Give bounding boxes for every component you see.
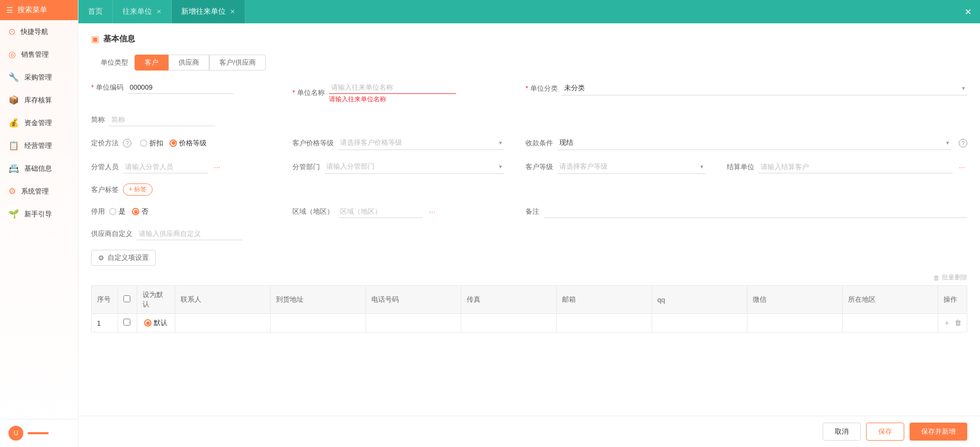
type-btn-supplier[interactable]: 供应商 (168, 55, 209, 71)
batch-delete-btn[interactable]: 🗑 批量删除 (91, 273, 967, 282)
name-input[interactable] (329, 81, 456, 94)
manager-input[interactable] (123, 161, 208, 173)
note-label: 备注 (525, 207, 539, 216)
customer-price-label: 客户价格等级 (292, 138, 334, 148)
type-btn-both[interactable]: 客户/供应商 (209, 55, 266, 71)
tab-bar: 首页 往来单位 ✕ 新增往来单位 ✕ ✕ (78, 0, 980, 23)
close-contacts-tab[interactable]: ✕ (156, 8, 162, 15)
disable-radio-group: 是 否 (109, 207, 148, 216)
th-email: 邮箱 (556, 286, 652, 314)
region-table-input[interactable] (848, 319, 932, 327)
supplier-custom-input[interactable] (137, 227, 243, 240)
payment-help-icon[interactable]: ? (959, 139, 967, 147)
radio-default-circle (144, 319, 152, 327)
category-dropdown-arrow: ▾ (962, 85, 965, 92)
contact-input[interactable] (181, 319, 265, 327)
type-btn-customer[interactable]: 客户 (135, 55, 168, 71)
unit-type-row: 单位类型 客户 供应商 客户/供应商 (91, 55, 967, 71)
row-contact (175, 314, 270, 332)
wechat-input[interactable] (753, 319, 837, 327)
table-body: 1 默认 (92, 314, 967, 332)
tab-contacts[interactable]: 往来单位 ✕ (113, 0, 172, 23)
category-select[interactable]: 未分类 ▾ (562, 81, 967, 95)
batch-delete-icon: 🗑 (933, 274, 940, 282)
sidebar-item-system[interactable]: ⚙ 系统管理 (0, 180, 78, 203)
tab-home[interactable]: 首页 (78, 0, 113, 23)
alias-label: 简称 (91, 115, 105, 125)
phone-input[interactable] (371, 319, 456, 327)
tab-new-contact[interactable]: 新增往来单位 ✕ (172, 0, 245, 23)
supplier-custom-label: 供应商自定义 (91, 229, 132, 239)
pricing-row: 定价方法 ? 折扣 价格等级 客户价格等级 (91, 136, 967, 150)
disable-radio-no[interactable]: 否 (132, 207, 148, 216)
manager-field: 分管人员 ··· (91, 161, 271, 173)
note-field: 备注 (525, 205, 967, 218)
settlement-input[interactable] (759, 161, 952, 173)
email-input[interactable] (562, 319, 646, 327)
settlement-more-btn[interactable]: ··· (957, 163, 967, 171)
pricing-radio-discount[interactable]: 折扣 (140, 138, 163, 148)
close-new-contact-tab[interactable]: ✕ (230, 8, 235, 15)
avatar: U (8, 426, 23, 441)
custom-settings-btn[interactable]: ⚙ 自定义项设置 (91, 250, 156, 266)
alias-input[interactable] (109, 113, 215, 126)
row-email (556, 314, 652, 332)
th-seq: 序号 (92, 286, 118, 314)
dept-field: 分管部门 请输入分管部门 ▾ (292, 160, 504, 174)
sidebar-item-sales[interactable]: ◎ 销售管理 (0, 43, 78, 66)
note-input[interactable] (544, 205, 967, 218)
region-input[interactable] (338, 205, 423, 218)
gear-icon: ⚙ (98, 254, 104, 262)
section-basic-info: ▣ 基本信息 (91, 34, 967, 44)
pricing-help-icon[interactable]: ? (123, 139, 131, 147)
sales-icon: ◎ (8, 49, 16, 59)
pricing-radio-level[interactable]: 价格等级 (170, 138, 207, 148)
customer-price-field: 客户价格等级 请选择客户价格等级 ▾ (292, 136, 504, 150)
code-input[interactable] (128, 81, 234, 94)
th-phone: 电话号码 (366, 286, 461, 314)
dept-select[interactable]: 请输入分管部门 ▾ (324, 160, 504, 174)
close-window-btn[interactable]: ✕ (956, 7, 980, 17)
qq-input[interactable] (657, 319, 742, 327)
sidebar-item-quick-nav[interactable]: ⊙ 快捷导航 (0, 20, 78, 43)
add-tag-btn[interactable]: + 标签 (123, 183, 153, 196)
sidebar-item-inventory[interactable]: 📦 库存核算 (0, 89, 78, 111)
radio-circle-yes (109, 208, 117, 215)
payment-select[interactable]: 现结 ▾ (557, 136, 951, 150)
section-icon: ▣ (91, 34, 99, 44)
th-default: 设为默认 (137, 286, 175, 314)
sidebar-item-basic[interactable]: 📇 基础信息 (0, 157, 78, 180)
add-row-btn[interactable]: ＋ (943, 319, 950, 327)
name-label: 单位名称 (292, 88, 325, 98)
row-checkbox[interactable] (123, 319, 130, 326)
sidebar-item-operations[interactable]: 📋 经营管理 (0, 134, 78, 157)
customer-price-select[interactable]: 请选择客户价格等级 ▾ (338, 136, 504, 150)
save-new-button[interactable]: 保存并新增 (910, 423, 967, 441)
default-radio[interactable]: 默认 (142, 318, 170, 328)
search-menu-btn[interactable]: ☰ 搜索菜单 (0, 0, 78, 20)
disable-radio-yes[interactable]: 是 (109, 207, 126, 216)
disable-region-row: 停用 是 否 区域（地区） (91, 205, 967, 218)
customer-level-select[interactable]: 请选择客户等级 ▾ (557, 160, 706, 174)
address-input[interactable] (276, 319, 360, 327)
purchase-icon: 🔧 (8, 72, 19, 82)
sidebar-item-guide[interactable]: 🌱 新手引导 (0, 203, 78, 225)
alias-row: 简称 (91, 113, 967, 126)
th-check (118, 286, 137, 314)
radio-dot-no (134, 210, 138, 214)
name-field: 单位名称 请输入往来单位名称 (292, 81, 504, 104)
radio-circle-discount (140, 139, 147, 147)
sidebar-item-finance[interactable]: 💰 资金管理 (0, 111, 78, 134)
code-name-category-row: 单位编码 单位名称 请输入往来单位名称 单位分类 未分类 ▾ (91, 81, 967, 104)
name-error-msg: 请输入往来单位名称 (329, 95, 504, 104)
select-all-checkbox[interactable] (123, 295, 130, 302)
sidebar-item-purchase[interactable]: 🔧 采购管理 (0, 66, 78, 89)
manager-more-btn[interactable]: ··· (212, 163, 222, 171)
th-fax: 传真 (461, 286, 556, 314)
cancel-button[interactable]: 取消 (823, 423, 861, 441)
fax-input[interactable] (467, 319, 551, 327)
delete-row-btn[interactable]: 🗑 (955, 319, 961, 327)
region-more-btn[interactable]: ··· (427, 207, 438, 216)
save-button[interactable]: 保存 (866, 423, 904, 441)
dept-arrow: ▾ (499, 163, 502, 170)
